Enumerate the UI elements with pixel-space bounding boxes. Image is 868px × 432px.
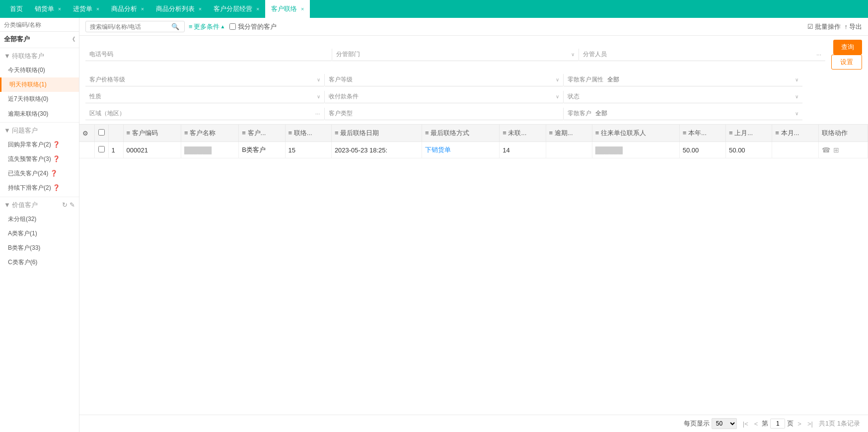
filter-customer-type[interactable]: 客户类型 [325,107,564,120]
group-pending-label: ▼ 待联络客户 [4,52,44,61]
filter-phone-input[interactable] [117,51,328,58]
close-sales-order-icon[interactable]: × [58,6,61,12]
col-customer-type-header: ≡ 客户... [239,125,285,142]
settings-btn[interactable]: 设置 [831,55,862,70]
col-last-month-header: ≡ 上月... [726,125,772,142]
sidebar-search-input[interactable] [4,21,78,28]
search-input[interactable] [90,23,169,30]
first-page-btn[interactable]: |< [741,420,750,428]
close-customer-contact-icon[interactable]: × [301,6,304,12]
sidebar-tomorrow-contact[interactable]: 明天待联络(1) [0,77,79,92]
filter-customer-type-label: 客户类型 [329,109,353,118]
per-page-label: 每页显示 [684,419,710,428]
main-layout: 🔍 全部客户 《 ▼ 待联络客户 今天待联络(0) 明天待联络(1) 近7天待联… [0,18,868,432]
row-last-month: 50.00 [726,142,772,158]
table-row: 1 000021 ██████ B类客户 15 2023-05-23 18:25… [79,142,868,158]
sidebar-churn-warning[interactable]: 流失预警客户(3) ❓ [0,152,79,166]
filter-payment-label: 收付款条件 [329,92,359,101]
row-last-contact-method[interactable]: 下销货单 [422,142,500,158]
nav-home[interactable]: 首页 [4,0,29,18]
page-input[interactable] [770,419,785,429]
export-icon: ↑ [845,23,848,30]
col-settings-header[interactable]: ⚙ [79,125,94,142]
my-customer-checkbox-label[interactable]: 我分管的客户 [229,22,277,31]
sidebar-ungrouped[interactable]: 未分组(32) [0,212,79,226]
nav-sales-order[interactable]: 销货单 × [29,0,67,18]
nav-purchase-order[interactable]: 进货单 × [67,0,105,18]
group-pending-contact[interactable]: ▼ 待联络客户 [0,49,79,63]
select-all-checkbox[interactable] [98,129,105,136]
close-purchase-order-icon[interactable]: × [96,6,99,12]
more-action-icon[interactable]: ⊞ [833,146,839,154]
filter-payment-arrow-icon: ∨ [556,94,559,99]
filter-region-label: 区域（地区） [89,109,125,118]
close-product-analysis-list-icon[interactable]: × [199,6,202,12]
row-last-contact-date: 2023-05-23 18:25: [331,142,422,158]
filter-status[interactable]: 状态 ∨ [564,90,802,103]
filter-nature[interactable]: 性质 ∨ [85,90,324,103]
sidebar-class-c[interactable]: C类客户(6) [0,255,79,270]
search-icon[interactable]: 🔍 [171,23,179,30]
nav-product-analysis[interactable]: 商品分析 × [105,0,150,18]
more-filter-btn[interactable]: ≡ 更多条件 ▲ [189,22,225,31]
per-page-select[interactable]: 50 100 200 [712,418,737,429]
filter-price-level[interactable]: 客户价格等级 ∨ [85,73,324,86]
filter-person[interactable]: 分管人员 ··· [579,48,825,61]
filter-scattered[interactable]: 零散客户 全部 ∨ [564,107,802,120]
row-contacts: ██████ [592,142,679,158]
filter-scattered-value: 全部 [595,109,793,118]
sidebar-repurchase-abnormal[interactable]: 回购异常客户(2) ❓ [0,138,79,152]
filter-customer-level[interactable]: 客户等级 ∨ [325,73,564,86]
col-customer-name-header: ≡ 客户名称 [181,125,238,142]
all-customers-title[interactable]: 全部客户 《 [0,32,79,47]
row-checkbox[interactable] [98,146,105,152]
group-value-icons: ↻ ✎ [62,201,75,209]
sidebar-search-area: 🔍 [0,18,79,32]
export-label: 导出 [849,22,862,31]
group-value-customer[interactable]: ▼ 价值客户 ↻ ✎ [0,198,79,212]
filter-scattered-attr[interactable]: 零散客户属性 全部 ∨ [564,73,802,86]
filter-scattered-attr-value: 全部 [607,75,793,84]
sidebar-class-a[interactable]: A类客户(1) [0,226,79,241]
close-customer-layered-icon[interactable]: × [256,6,259,12]
filter-region[interactable]: 区域（地区） ··· [85,107,324,120]
last-page-btn[interactable]: >| [805,420,815,428]
row-this-year: 50.00 [679,142,725,158]
query-btn[interactable]: 查询 [833,40,862,55]
my-customer-checkbox[interactable] [229,23,236,30]
filter-status-arrow-icon: ∨ [795,94,798,99]
nav-customer-contact[interactable]: 客户联络 × [265,0,310,18]
row-overdue [546,142,592,158]
filter-actions: 查询 设置 [829,40,862,70]
prev-page-btn[interactable]: < [752,420,760,428]
nav-customer-layered[interactable]: 客户分层经营 × [208,0,265,18]
col-checkbox-header[interactable] [94,125,108,142]
page-suffix: 页 [787,419,794,428]
group-problem-customer[interactable]: ▼ 问题客户 [0,124,79,138]
filter-dept-arrow-icon: ∨ [571,52,575,57]
filter-payment[interactable]: 收付款条件 ∨ [325,90,564,103]
sidebar-declining[interactable]: 持续下滑客户(2) ❓ [0,181,79,195]
export-btn[interactable]: ↑ 导出 [845,22,863,31]
sidebar-class-b[interactable]: B类客户(33) [0,241,79,255]
next-page-btn[interactable]: > [796,420,803,428]
sidebar-overdue-contact[interactable]: 逾期未联络(30) [0,107,79,121]
pagination: |< < 第 页 > >| [741,419,815,429]
search-bar: 🔍 ≡ 更多条件 ▲ 我分管的客户 ☑ 批量操作 ↑ 导出 [79,18,868,36]
nav-product-analysis-list[interactable]: 商品分析列表 × [150,0,208,18]
close-product-analysis-icon[interactable]: × [141,6,144,12]
filter-person-label: 分管人员 [583,50,607,59]
last-contact-method-link[interactable]: 下销货单 [425,146,451,153]
col-this-month-header: ≡ 本月... [772,125,818,142]
batch-operation-btn[interactable]: ☑ 批量操作 [807,22,841,31]
filter-person-dots-icon[interactable]: ··· [816,51,821,58]
contact-action-icon[interactable]: ☎ [822,146,830,154]
row-checkbox-cell[interactable] [94,142,108,158]
customer-table: ⚙ ≡ 客户编码 ≡ 客户名称 ≡ 客户... ≡ 联络... ≡ 最后联络日期… [79,125,868,158]
col-contact-header: ≡ 联络... [285,125,331,142]
filter-dept[interactable]: 分管部门 ∨ [332,48,579,61]
filter-region-dots-icon[interactable]: ··· [315,110,320,117]
sidebar-churned[interactable]: 已流失客户(24) ❓ [0,166,79,181]
sidebar-7days-contact[interactable]: 近7天待联络(0) [0,92,79,106]
sidebar-today-contact[interactable]: 今天待联络(0) [0,63,79,77]
